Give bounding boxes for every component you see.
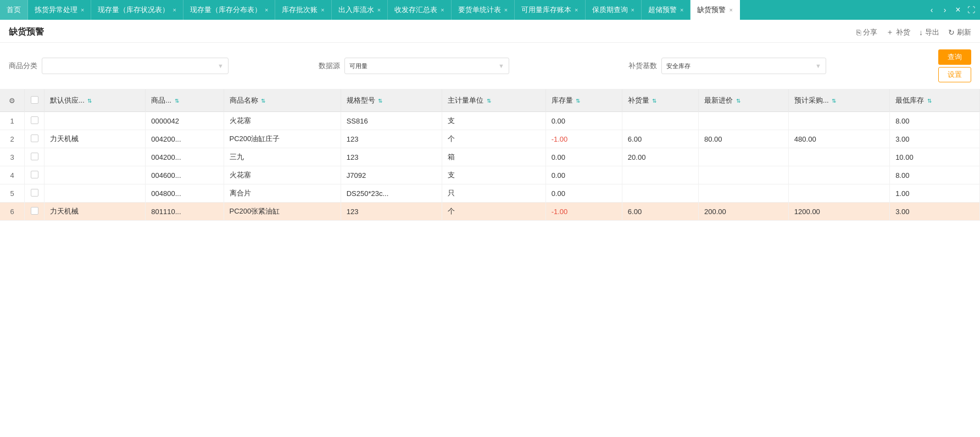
tab-kyljzb[interactable]: 可用量库存账本 × — [515, 0, 585, 20]
tab-xzcl[interactable]: 现存量（库存状况表） × — [91, 0, 183, 20]
datasource-select[interactable]: 可用量 ▼ — [344, 58, 509, 74]
close-tab-ccyj[interactable]: × — [680, 7, 683, 13]
close-tab-crls[interactable]: × — [377, 7, 381, 13]
tab-xzclfb[interactable]: 现存量（库存分布表） × — [183, 0, 275, 20]
row-latest-price — [699, 166, 789, 184]
row-unit: 箱 — [442, 148, 545, 166]
close-tab-kcpcp[interactable]: × — [321, 7, 324, 13]
tab-ccyj[interactable]: 超储预警 × — [642, 0, 691, 20]
settings-icon[interactable]: ⚙ — [5, 94, 19, 107]
row-no: 4 — [0, 166, 25, 184]
row-est-purchase — [788, 166, 889, 184]
close-tab-xzclfb[interactable]: × — [265, 7, 268, 13]
row-checkbox[interactable] — [25, 203, 44, 221]
row-goods-name: 火花塞 — [224, 166, 341, 184]
export-button[interactable]: ↓ 导出 — [919, 27, 939, 37]
row-spec: J7092 — [341, 166, 442, 184]
th-restock-qty[interactable]: 补货量 ⇅ — [622, 89, 698, 112]
sort-supplier-icon: ⇅ — [87, 98, 92, 104]
header-checkbox[interactable] — [31, 96, 38, 104]
row-checkbox[interactable] — [25, 130, 44, 148]
th-supplier[interactable]: 默认供应... ⇅ — [44, 89, 146, 112]
tab-crls[interactable]: 出入库流水 × — [332, 0, 388, 20]
row-goods-code: 004600... — [146, 166, 224, 184]
refresh-button[interactable]: ↻ 刷新 — [948, 27, 971, 37]
refresh-icon: ↻ — [948, 28, 955, 37]
restock-button[interactable]: ＋ 补货 — [886, 27, 910, 37]
close-tab-tyjyc[interactable]: × — [81, 7, 84, 13]
row-restock-qty — [622, 112, 698, 130]
row-goods-name: PC200油缸庄子 — [224, 130, 341, 148]
th-checkbox[interactable] — [25, 89, 44, 112]
tab-prev-btn[interactable]: ‹ — [925, 3, 938, 16]
tab-bar: 首页 拣货异常处理 × 现存量（库存状况表） × 现存量（库存分布表） × 库存… — [0, 0, 980, 20]
row-supplier — [44, 184, 146, 203]
row-checkbox[interactable] — [25, 112, 44, 130]
category-select[interactable]: ▼ — [42, 58, 229, 74]
row-supplier: 力天机械 — [44, 203, 146, 221]
row-checkbox[interactable] — [25, 148, 44, 166]
row-select-checkbox[interactable] — [31, 116, 38, 124]
datasource-chevron-icon: ▼ — [498, 63, 504, 69]
th-est-purchase[interactable]: 预计采购... ⇅ — [788, 89, 889, 112]
th-unit[interactable]: 主计量单位 ⇅ — [442, 89, 545, 112]
tab-fullscreen-btn[interactable]: ⛶ — [965, 3, 978, 16]
close-tab-ygdtjb[interactable]: × — [504, 7, 508, 13]
row-select-checkbox[interactable] — [31, 207, 38, 215]
row-latest-price — [699, 112, 789, 130]
row-unit: 个 — [442, 130, 545, 148]
close-tab-sdhz[interactable]: × — [441, 7, 444, 13]
row-select-checkbox[interactable] — [31, 135, 38, 142]
tab-next-btn[interactable]: › — [938, 3, 951, 16]
row-unit: 支 — [442, 112, 545, 130]
row-checkbox[interactable] — [25, 184, 44, 203]
tab-qhyj[interactable]: 缺货预警 × — [691, 0, 739, 20]
row-est-purchase — [788, 112, 889, 130]
sort-stock-icon: ⇅ — [576, 98, 580, 104]
replenish-select[interactable]: 安全库存 ▼ — [661, 58, 826, 74]
row-no: 2 — [0, 130, 25, 148]
sort-spec-icon: ⇅ — [378, 98, 382, 104]
row-select-checkbox[interactable] — [31, 189, 38, 197]
datasource-filter: 数据源 可用量 ▼ — [319, 58, 615, 74]
th-stock[interactable]: 库存量 ⇅ — [545, 89, 622, 112]
close-tab-xzcl[interactable]: × — [172, 7, 176, 13]
row-checkbox[interactable] — [25, 166, 44, 184]
category-filter: 商品分类 ▼ — [9, 58, 305, 74]
row-select-checkbox[interactable] — [31, 153, 38, 160]
share-button[interactable]: ⎘ 分享 — [856, 27, 877, 37]
datasource-value: 可用量 — [349, 62, 368, 70]
tab-close-all-btn[interactable]: × — [951, 3, 965, 16]
replenish-chevron-icon: ▼ — [815, 63, 821, 69]
table-row: 2 力天机械 004200... PC200油缸庄子 123 个 -1.00 6… — [0, 130, 980, 148]
th-settings[interactable]: ⚙ — [0, 89, 25, 112]
row-goods-code: 0000042 — [146, 112, 224, 130]
sort-est-purchase-icon: ⇅ — [832, 98, 836, 104]
th-goods-name[interactable]: 商品名称 ⇅ — [224, 89, 341, 112]
settings-button[interactable]: 设置 — [938, 67, 971, 82]
row-spec: DS250*23c... — [341, 184, 442, 203]
tab-home[interactable]: 首页 — [0, 0, 28, 20]
close-tab-qhyj[interactable]: × — [729, 7, 732, 13]
row-latest-price — [699, 184, 789, 203]
row-select-checkbox[interactable] — [31, 171, 38, 178]
th-spec[interactable]: 规格型号 ⇅ — [341, 89, 442, 112]
close-tab-kyljzb[interactable]: × — [575, 7, 578, 13]
row-restock-qty — [622, 166, 698, 184]
tab-tyjyc[interactable]: 拣货异常处理 × — [28, 0, 91, 20]
close-tab-bqcx[interactable]: × — [631, 7, 634, 13]
row-stock: 0.00 — [545, 184, 622, 203]
row-est-purchase — [788, 184, 889, 203]
sort-goods-code-icon: ⇅ — [175, 98, 179, 104]
table-header-row: ⚙ 默认供应... ⇅ 商品... ⇅ 商品名称 ⇅ — [0, 89, 980, 112]
row-unit: 个 — [442, 203, 545, 221]
th-min-stock[interactable]: 最低库存 ⇅ — [890, 89, 980, 112]
tab-bqcx[interactable]: 保质期查询 × — [586, 0, 642, 20]
query-button[interactable]: 查询 — [938, 49, 971, 65]
th-latest-price[interactable]: 最新进价 ⇅ — [699, 89, 789, 112]
tab-sdhz[interactable]: 收发存汇总表 × — [388, 0, 451, 20]
th-goods-code[interactable]: 商品... ⇅ — [146, 89, 224, 112]
table-row: 4 004600... 火花塞 J7092 支 0.00 8.00 — [0, 166, 980, 184]
tab-ygdtjb[interactable]: 要货单统计表 × — [452, 0, 515, 20]
tab-kcpcp[interactable]: 库存批次账 × — [275, 0, 331, 20]
